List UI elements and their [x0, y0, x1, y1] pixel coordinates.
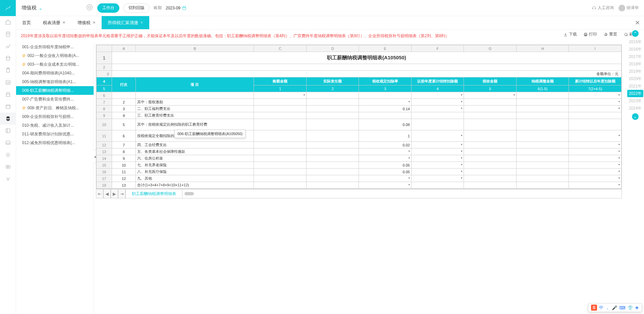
row-item[interactable] — [136, 92, 254, 99]
cell[interactable] — [306, 92, 359, 99]
cell[interactable] — [306, 155, 359, 162]
cell[interactable]: * — [569, 169, 622, 175]
form-item-11[interactable]: 012-减免所得税优惠明细表(... — [16, 138, 94, 147]
cell[interactable]: 0.14 — [359, 106, 412, 112]
user-menu[interactable]: 徐泽华 — [619, 5, 639, 11]
cell[interactable]: * — [254, 92, 307, 99]
cell[interactable]: * — [569, 106, 622, 112]
cell[interactable] — [464, 142, 517, 148]
row-item[interactable]: 其中：按税收规定比例扣除的职工教育经费 — [136, 119, 254, 130]
ime-skin-icon[interactable]: 👕 — [628, 305, 633, 310]
form-item-10[interactable]: 011-研发费用加计扣除优惠... — [16, 130, 94, 138]
nav-vip-icon[interactable] — [0, 173, 16, 185]
cell[interactable]: 0.05 — [359, 162, 412, 169]
nav-video-icon[interactable] — [0, 161, 16, 173]
nav-clipboard-icon[interactable] — [0, 64, 16, 76]
cell[interactable]: * — [411, 92, 464, 99]
cell[interactable] — [254, 155, 307, 162]
nav-calendar-icon[interactable] — [0, 101, 16, 113]
year-2017年[interactable]: 2017年 — [627, 53, 643, 60]
row-item[interactable]: 九、其他 — [136, 175, 254, 182]
ime-punct-icon[interactable]: ， — [605, 305, 610, 311]
cell[interactable] — [254, 119, 307, 130]
cell[interactable] — [254, 169, 307, 175]
cell[interactable]: * — [411, 148, 464, 155]
year-2019年[interactable]: 2019年 — [627, 68, 643, 75]
tab-1[interactable]: 税表清册✕ — [37, 16, 71, 29]
download-button[interactable]: 下载 — [564, 32, 577, 37]
col-C[interactable]: C — [254, 45, 307, 52]
row-item[interactable]: 八、补充医疗保险 — [136, 169, 254, 175]
cell[interactable]: * — [359, 99, 412, 106]
tab-close-icon[interactable]: ✕ — [140, 20, 143, 25]
cell[interactable]: * — [359, 175, 412, 182]
cell[interactable] — [254, 99, 307, 106]
col-F[interactable]: F — [411, 45, 464, 52]
cell[interactable] — [516, 99, 569, 106]
sheet-hscrollbar[interactable] — [182, 189, 622, 198]
module-selector[interactable]: 增值税 ⌄ — [21, 5, 82, 11]
col-H[interactable]: H — [516, 45, 569, 52]
nav-settings-icon[interactable] — [0, 149, 16, 161]
cell[interactable] — [306, 99, 359, 106]
cell[interactable]: * — [569, 142, 622, 148]
cell[interactable] — [306, 142, 359, 148]
period-picker[interactable]: 2023-09 — [166, 6, 186, 10]
ime-toolbar[interactable]: S 中 ， 🎤 ⌨ 👕 ❖ — [588, 303, 642, 312]
cell[interactable] — [411, 119, 464, 130]
cell[interactable]: * — [569, 175, 622, 182]
sheet-nav-last[interactable]: ⇥ — [118, 189, 125, 198]
nav-report-icon[interactable] — [0, 76, 16, 88]
year-down-button[interactable]: ⌄ — [632, 113, 639, 120]
col-A[interactable]: A — [112, 45, 136, 52]
cell[interactable]: * — [569, 92, 622, 99]
form-item-4[interactable]: 005-纳税调整项目明细表(A1... — [16, 77, 94, 86]
cell[interactable] — [516, 112, 569, 119]
cell[interactable] — [464, 169, 517, 175]
cell[interactable] — [516, 130, 569, 142]
nav-home-icon[interactable] — [0, 16, 16, 28]
cell[interactable]: * — [359, 155, 412, 162]
ime-mic-icon[interactable]: 🎤 — [612, 305, 617, 310]
cell[interactable]: * — [569, 99, 622, 106]
cell[interactable] — [464, 119, 517, 130]
form-item-0[interactable]: 001-企业所得税年度纳税申... — [16, 43, 94, 51]
cell[interactable]: * — [411, 99, 464, 106]
tab-3[interactable]: 所得税汇算清缴✕ — [102, 16, 149, 29]
tab-2[interactable]: 增值税✕ — [71, 16, 102, 29]
nav-asset-icon[interactable] — [0, 88, 16, 101]
cell[interactable] — [306, 130, 359, 142]
cell[interactable] — [411, 112, 464, 119]
cell[interactable] — [516, 169, 569, 175]
year-2016年[interactable]: 2016年 — [627, 46, 643, 53]
ime-keyboard-icon[interactable]: ⌨ — [619, 305, 626, 310]
cell[interactable] — [254, 182, 307, 189]
tab-0[interactable]: 首页 — [16, 16, 37, 29]
cell[interactable] — [464, 155, 517, 162]
cell[interactable] — [464, 182, 517, 189]
year-2024年[interactable]: 2024年 — [627, 105, 643, 112]
row-item[interactable]: 六、住房公积金 — [136, 155, 254, 162]
cell[interactable]: 0.08 — [359, 119, 412, 130]
cell[interactable]: * — [411, 155, 464, 162]
cell[interactable] — [464, 99, 517, 106]
cell[interactable]: * — [411, 162, 464, 169]
year-2015年[interactable]: 2015年 — [627, 38, 643, 46]
form-item-3[interactable]: 004-期间费用明细表(A1040... — [16, 69, 94, 77]
cell[interactable] — [569, 112, 622, 119]
sheet-nav-prev[interactable]: ◀ — [103, 189, 111, 198]
row-item[interactable]: 三、职工教育经费支出 — [136, 112, 254, 119]
cell[interactable] — [306, 162, 359, 169]
cell[interactable]: * — [569, 130, 622, 142]
cell[interactable]: * — [569, 182, 622, 189]
year-2022年[interactable]: 2022年 — [627, 90, 643, 97]
form-item-1[interactable]: ⊘002-一般企业收入明细表(A... — [16, 51, 94, 60]
cell[interactable] — [464, 175, 517, 182]
col-E[interactable]: E — [359, 45, 412, 52]
cell[interactable] — [306, 182, 359, 189]
row-item[interactable]: 合计(1+3+4+7+8+9+10+11+12) — [136, 182, 254, 189]
cell[interactable]: * — [359, 182, 412, 189]
cell[interactable] — [516, 182, 569, 189]
cell[interactable] — [411, 182, 464, 189]
cell[interactable] — [254, 175, 307, 182]
